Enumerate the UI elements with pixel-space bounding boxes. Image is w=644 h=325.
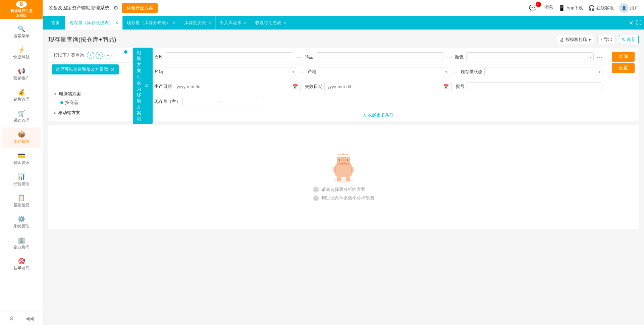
fullscreen-btn[interactable]: ⛶ [636,20,641,26]
system-icon: ⚙️ [18,215,25,223]
quick-nav-icon: ⚡ [18,46,25,54]
svg-rect-1 [335,163,352,177]
sidebar-item-quick-nav[interactable]: ⚡ 快捷导航 [2,43,41,63]
stock-status-select-wrap: ▾ [484,67,602,76]
tab-stock-status[interactable]: 现存量（库存状况表） ✕ [65,16,122,30]
settings-bottom-btn[interactable]: ⚙ [9,315,14,322]
refresh-btn[interactable]: ↻ 刷新 [619,35,639,44]
tab-stock-dist[interactable]: 现存量（库存分布表） ✕ [122,16,180,30]
sidebar-item-search-menu[interactable]: 🔍 搜索菜单 [2,22,41,42]
batch-input[interactable] [467,82,602,91]
reset-button[interactable]: 设置 [612,63,635,73]
origin-more-btn[interactable]: ⋯ [452,68,458,75]
svg-rect-7 [340,163,347,164]
settings-icon[interactable]: ⚙ [113,5,118,11]
page-header: 现存量查询(按仓库+商品) 🖨 按模板打印 ▾ ↑ 导出 ↻ 刷新 [48,35,639,44]
size-more-btn[interactable]: ⋯ [299,68,305,75]
production-date-input-wrap[interactable]: 📅 [174,82,301,91]
app-download-action[interactable]: 📱 App下载 [558,5,583,11]
expiry-date-input[interactable] [327,84,443,89]
basic-info-icon: 📋 [18,194,25,202]
stock-qty-max-input[interactable] [223,99,253,104]
origin-select-wrap: ▾ [319,67,449,76]
sidebar-item-sales[interactable]: 💰 销售管理 [2,85,41,106]
print-dropdown-icon: ▾ [589,37,591,42]
message-label: 消息 [544,4,553,10]
logo-sub: 标准版 [16,13,26,18]
origin-field: 产地 ▾ [308,67,449,76]
sidebar-item-operations[interactable]: 📊 经营管理 [2,170,41,190]
tab-home[interactable]: 首页 [46,16,65,30]
online-support-action[interactable]: 🎧 在线客服 [588,5,614,11]
export-btn[interactable]: ↑ 导出 [597,35,616,44]
collapse-filter-btn[interactable]: ∧ 收起更多条件 [149,109,608,121]
svg-rect-8 [333,167,336,173]
edit-scheme-btn[interactable]: ✎ [96,52,103,59]
filter-layout: 按以下方案查询 + ✎ ← [48,48,639,121]
size-select[interactable] [166,67,296,76]
edit-tooltip-close[interactable]: ✕ [111,67,115,72]
connector-dot [124,50,127,54]
scheme-tooltip-close[interactable]: ✕ [145,83,149,89]
marketing-icon: 📢 [18,67,25,75]
expiry-date-input-wrap[interactable]: 📅 [324,82,451,91]
trial-button[interactable]: 体验行业方案 [122,3,158,13]
color-more-btn[interactable]: ⋯ [596,53,602,61]
top-header-right: 💬 6 消息 📱 App下载 🎧 在线客服 👤 用户 [529,3,639,13]
content-area: 现存量查询(按仓库+商品) 🖨 按模板打印 ▾ ↑ 导出 ↻ 刷新 [43,30,644,325]
top-header: 装备及固定资产辅助管理系统 ⚙ 体验行业方案 💬 6 消息 📱 App下载 🎧 … [43,0,644,16]
filter-row-2: 尺码 ▾ ⋯ 产地 [149,64,608,79]
sidebar-item-enterprise[interactable]: 🏢 企业协同 [2,233,41,254]
collapse-chevron-icon: ∧ [363,113,366,118]
mobile-scheme-label: 移动端方案 [58,110,80,116]
sidebar-item-finance[interactable]: 💳 资金管理 [2,149,41,169]
production-date-input[interactable] [177,84,292,89]
origin-label: 产地 [308,69,317,75]
tab-recv-send[interactable]: 收发存汇总表 ✕ [251,16,291,30]
tab-batch-ledger-close[interactable]: ✕ [208,21,211,25]
sidebar-logo: 6 畅通通好生意 标准版 [0,0,43,19]
size-field: 尺码 ▾ [154,67,296,76]
tab-inout-flow-close[interactable]: ✕ [244,21,247,25]
tab-recv-send-close[interactable]: ✕ [283,21,287,25]
tab-stock-dist-close[interactable]: ✕ [172,21,176,25]
sidebar-item-purchase[interactable]: 🛒 采购管理 [2,106,41,127]
sidebar-item-marketing[interactable]: 📢 营销推广 [2,64,41,85]
stock-qty-min-input[interactable] [185,99,216,104]
tab-inout-flow[interactable]: 出入库流水 ✕ [215,16,251,30]
phone-icon: 📱 [558,5,565,11]
stock-status-field: 现存量状态 ▾ [461,67,602,76]
goods-more-btn[interactable]: ⋯ [446,53,452,61]
back-btn[interactable]: ← [104,52,112,59]
batch-label: 批号 [456,84,465,90]
finance-icon: 💳 [18,152,25,159]
collapse-sidebar-btn[interactable]: ◀◀ [25,315,34,322]
origin-select[interactable] [319,67,449,76]
warehouse-more-btn[interactable]: ⋯ [296,53,302,61]
user-action[interactable]: 👤 用户 [619,3,639,13]
empty-illustration [327,152,360,185]
add-scheme-btn[interactable]: + [87,52,94,59]
sidebar-item-system[interactable]: ⚙️ 系统管理 [2,212,41,232]
sidebar-item-guide[interactable]: 🎯 新手引导 [2,254,41,275]
logo-icon: 6 [16,1,27,8]
color-field: 颜色 ▾ [455,52,594,61]
color-select[interactable] [466,52,594,61]
stock-status-select[interactable] [484,67,602,76]
expiry-date-field: 失效日期 📅 [305,82,451,91]
sidebar-item-basic-info[interactable]: 📋 基础信息 [2,191,41,211]
message-action[interactable]: 💬 6 消息 [529,4,553,12]
search-button[interactable]: 查询 [612,52,635,62]
warehouse-input[interactable] [166,52,293,61]
goods-input[interactable] [316,52,443,61]
sidebar-item-inventory[interactable]: 📦 库存核算 [2,127,41,148]
filter-right-panel: 仓库 ⋯ 商品 ⋯ 颜色 [149,48,608,121]
color-label: 颜色 [455,54,464,60]
print-btn[interactable]: 🖨 按模板打印 ▾ [557,35,594,44]
close-all-tabs-btn[interactable]: ✕ [629,20,633,26]
warehouse-field: 仓库 [154,52,293,61]
empty-steps: ① 请先选择要分析的方案 ② 用过滤条件来缩小分析范围 [313,185,374,203]
tab-stock-status-close[interactable]: ✕ [115,21,118,25]
tab-batch-ledger[interactable]: 库存批次账 ✕ [180,16,215,30]
empty-state: ① 请先选择要分析的方案 ② 用过滤条件来缩小分析范围 [48,125,639,229]
